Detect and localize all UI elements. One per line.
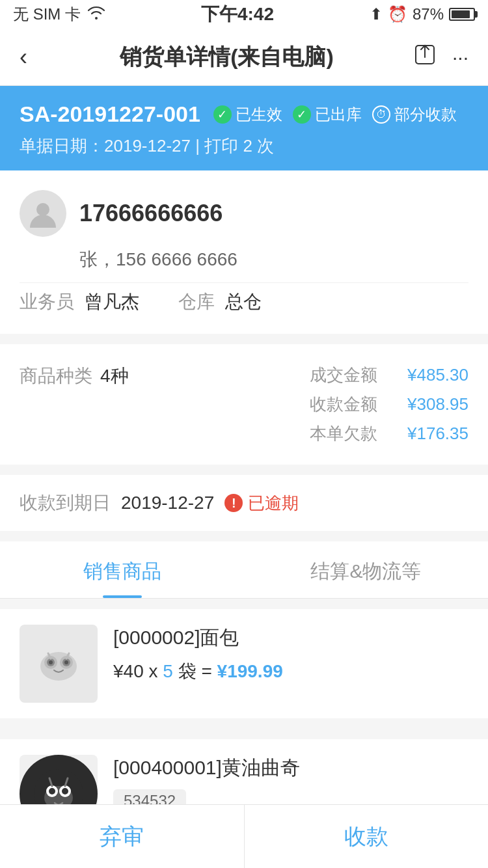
debt-value: ¥176.35 bbox=[390, 424, 468, 444]
customer-name: 17666666666 bbox=[79, 200, 223, 227]
product-info-1: [0000002]面包 ¥40 x 5 袋 = ¥199.99 bbox=[113, 625, 468, 684]
customer-row: 17666666666 bbox=[20, 190, 468, 237]
due-label: 收款到期日 bbox=[20, 491, 111, 515]
status-label-2: 已出库 bbox=[315, 104, 362, 125]
tab-sales-label: 销售商品 bbox=[83, 560, 161, 582]
check-icon-1: ✓ bbox=[213, 105, 232, 124]
customer-sub: 张，156 6666 6666 bbox=[20, 247, 468, 272]
product-eq-1: = bbox=[201, 661, 217, 681]
receipt-row: 收款金额 ¥308.95 bbox=[310, 393, 468, 416]
overdue-icon: ! bbox=[224, 494, 243, 512]
tab-settlement[interactable]: 结算&物流等 bbox=[244, 541, 488, 598]
back-button[interactable]: ‹ bbox=[20, 44, 40, 71]
due-section: 收款到期日 2019-12-27 ! 已逾期 bbox=[0, 475, 488, 531]
product-price-x-1: x bbox=[149, 661, 163, 681]
product-total-1: ¥199.99 bbox=[217, 661, 283, 681]
stats-right: 成交金额 ¥485.30 收款金额 ¥308.95 本单欠款 ¥176.35 bbox=[310, 364, 468, 445]
product-thumb-1 bbox=[20, 625, 98, 703]
tabs: 销售商品 结算&物流等 bbox=[0, 541, 488, 599]
more-icon[interactable]: ··· bbox=[452, 46, 468, 68]
avatar bbox=[20, 190, 66, 237]
overdue-badge: ! 已逾期 bbox=[224, 492, 299, 515]
product-item-1: [0000002]面包 ¥40 x 5 袋 = ¥199.99 bbox=[0, 609, 488, 718]
collect-payment-button[interactable]: 收款 bbox=[245, 805, 489, 868]
status-label-1: 已生效 bbox=[236, 104, 282, 125]
status-bar: 无 SIM 卡 下午4:42 ⬆ ⏰ 87% bbox=[0, 0, 488, 29]
svg-point-7 bbox=[49, 660, 53, 664]
order-header-top: SA-20191227-001 ✓ 已生效 ✓ 已出库 ⏱ 部分收款 bbox=[20, 102, 468, 127]
carrier-text: 无 SIM 卡 bbox=[13, 4, 81, 25]
receipt-value: ¥308.95 bbox=[390, 394, 468, 414]
tab-settlement-label: 结算&物流等 bbox=[310, 560, 421, 582]
svg-point-13 bbox=[49, 788, 55, 794]
deal-value: ¥485.30 bbox=[390, 365, 468, 385]
debt-row: 本单欠款 ¥176.35 bbox=[310, 422, 468, 445]
customer-meta: 业务员 曾凡杰 仓库 总仓 bbox=[20, 282, 468, 321]
status-time: 下午4:42 bbox=[201, 2, 274, 27]
salesperson-item: 业务员 曾凡杰 bbox=[20, 290, 139, 314]
stats-left: 商品种类 4种 bbox=[20, 364, 129, 388]
due-date: 2019-12-27 bbox=[121, 493, 214, 513]
product-image-1 bbox=[20, 625, 98, 703]
deal-label: 成交金额 bbox=[310, 364, 377, 387]
order-header: SA-20191227-001 ✓ 已生效 ✓ 已出库 ⏱ 部分收款 单据日期：… bbox=[0, 86, 488, 170]
check-icon-2: ✓ bbox=[293, 105, 311, 124]
abandon-review-label: 弃审 bbox=[100, 822, 144, 852]
svg-point-1 bbox=[36, 203, 49, 216]
battery-percent: 87% bbox=[413, 5, 444, 23]
receipt-label: 收款金额 bbox=[310, 393, 377, 416]
alarm-icon: ⏰ bbox=[388, 5, 407, 23]
share-icon[interactable] bbox=[413, 43, 437, 71]
product-qty-1: 5 bbox=[163, 661, 173, 681]
product-price-unit-1: ¥40 bbox=[113, 661, 144, 681]
clock-icon: ⏱ bbox=[372, 105, 390, 124]
product-price-1: ¥40 x 5 袋 = ¥199.99 bbox=[113, 659, 468, 684]
nav-bar: ‹ 销货单详情(来自电脑) ··· bbox=[0, 29, 488, 86]
status-badges: ✓ 已生效 ✓ 已出库 ⏱ 部分收款 bbox=[213, 104, 457, 125]
order-id: SA-20191227-001 bbox=[20, 102, 200, 127]
warehouse-value: 总仓 bbox=[225, 290, 262, 314]
salesperson-label: 业务员 bbox=[20, 290, 74, 314]
order-date: 单据日期：2019-12-27 | 打印 2 次 bbox=[20, 135, 468, 157]
salesperson-value: 曾凡杰 bbox=[85, 290, 139, 314]
nav-actions: ··· bbox=[413, 43, 468, 71]
overdue-text: 已逾期 bbox=[248, 492, 299, 515]
location-icon: ⬆ bbox=[370, 5, 383, 23]
status-right: ⬆ ⏰ 87% bbox=[370, 5, 475, 23]
svg-point-8 bbox=[64, 660, 68, 664]
status-badge-2: ✓ 已出库 bbox=[293, 104, 362, 125]
product-name-1: [0000002]面包 bbox=[113, 625, 468, 651]
product-unit-1: 袋 bbox=[178, 661, 197, 681]
bottom-bar: 弃审 收款 bbox=[0, 804, 488, 868]
abandon-review-button[interactable]: 弃审 bbox=[0, 805, 245, 868]
wifi-icon bbox=[87, 5, 105, 23]
status-label-3: 部分收款 bbox=[394, 104, 457, 125]
tab-sales-products[interactable]: 销售商品 bbox=[0, 541, 244, 598]
product-name-2: [000400001]黄油曲奇 bbox=[113, 755, 468, 781]
stats-section: 商品种类 4种 成交金额 ¥485.30 收款金额 ¥308.95 本单欠款 ¥… bbox=[0, 344, 488, 465]
status-left: 无 SIM 卡 bbox=[13, 4, 105, 25]
category-label: 商品种类 bbox=[20, 364, 92, 388]
debt-label: 本单欠款 bbox=[310, 422, 377, 445]
warehouse-label: 仓库 bbox=[178, 290, 215, 314]
deal-row: 成交金额 ¥485.30 bbox=[310, 364, 468, 387]
status-badge-1: ✓ 已生效 bbox=[213, 104, 282, 125]
page-title: 销货单详情(来自电脑) bbox=[40, 42, 413, 72]
collect-payment-label: 收款 bbox=[344, 822, 388, 852]
warehouse-item: 仓库 总仓 bbox=[178, 290, 262, 314]
battery-icon bbox=[449, 8, 475, 21]
customer-section: 17666666666 张，156 6666 6666 业务员 曾凡杰 仓库 总… bbox=[0, 170, 488, 334]
svg-point-14 bbox=[62, 788, 68, 794]
status-badge-3: ⏱ 部分收款 bbox=[372, 104, 457, 125]
category-value: 4种 bbox=[100, 364, 129, 388]
